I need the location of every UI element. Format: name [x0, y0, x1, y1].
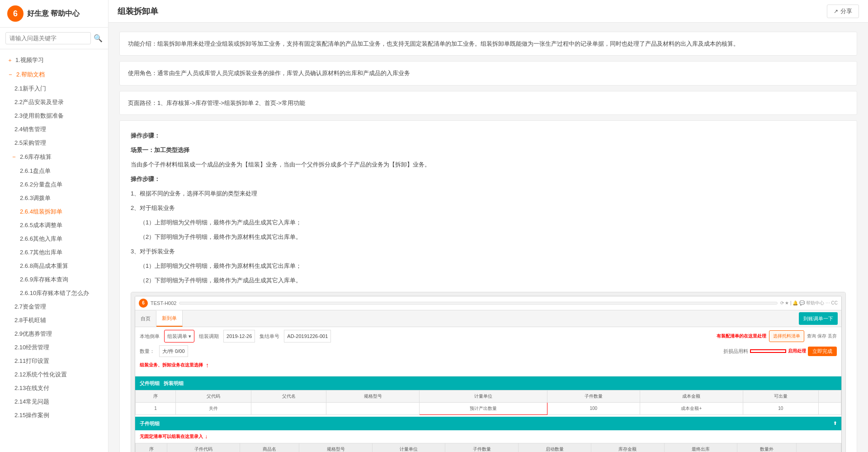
sidebar-item-docs-266[interactable]: 2.6.6其他入库单 [0, 232, 108, 246]
share-icon: ↗ [834, 8, 838, 14]
sidebar-item-docs-21[interactable]: 2.1新手入门 [0, 82, 108, 95]
fake-address-text: TEST-H002 [151, 298, 176, 308]
fake-th: 规格型号 [299, 443, 372, 452]
fake-material-input [750, 349, 786, 353]
annotation2-text: 组装业务、拆卸业务在这里选择 [140, 361, 203, 370]
sidebar-item-docs-215[interactable]: 2.15操作案例 [0, 409, 108, 422]
fake-th: 成本金额 [640, 390, 743, 403]
sidebar-item-docs-268[interactable]: 2.6.8商品成本重算 [0, 259, 108, 273]
content-area: 功能介绍：组装拆卸单用来处理企业组装或拆卸等加工业务，支持有固定装配清单的产品加… [108, 23, 868, 452]
sidebar-item-docs[interactable]: － 2.帮助文档 [0, 67, 108, 82]
sidebar-item-docs-213[interactable]: 2.13在线支付 [0, 381, 108, 395]
table-cell: 100 [547, 403, 640, 415]
sidebar-item-docs-210[interactable]: 2.10经营管理 [0, 341, 108, 354]
sidebar-item-docs-29[interactable]: 2.9优惠券管理 [0, 327, 108, 341]
table-cell: 10 [743, 403, 818, 415]
plus-icon: ＋ [7, 57, 13, 64]
sidebar-item-label: 2.帮助文档 [16, 71, 45, 79]
fake-logo: 6 [139, 299, 148, 308]
fake-th: 序 [136, 443, 167, 452]
sidebar-item-docs-25[interactable]: 2.5采购管理 [0, 136, 108, 150]
fake-annotation-area2: 折损品用料 启用处理 立即完成 [723, 346, 837, 356]
fake-browser-topbar: 6 TEST-H002 ⟳ ★ | 🔔 💬 帮助中心 ⋯ CC [135, 296, 841, 310]
fake-th [818, 390, 841, 403]
step3-2: （2）下部明细为子件明细，最终作为产成品生成其它入库单。 [140, 275, 846, 286]
sidebar-item-docs-267[interactable]: 2.6.7其他出库单 [0, 246, 108, 259]
fake-qty-label: 数量： [140, 346, 155, 356]
fake-date-val: 2019-12-26 [223, 330, 255, 343]
sidebar-item-docs-26[interactable]: － 2.6库存核算 [0, 150, 108, 164]
sidebar-item-docs-27[interactable]: 2.7资金管理 [0, 300, 108, 314]
sidebar: 6 好生意 帮助中心 🔍 ＋ 1.视频学习 － 2.帮助文档 2.1新手入门 2… [0, 0, 108, 452]
search-icon[interactable]: 🔍 [94, 34, 103, 43]
fake-parent-table: 序 父代码 父代名 规格型号 计量单位 子件数量 成本金额 可出量 [135, 390, 841, 415]
fake-th: 数量外 [737, 443, 797, 452]
sidebar-item-docs-211[interactable]: 2.11打印设置 [0, 354, 108, 368]
steps-title: 操作步骤： [131, 173, 846, 185]
sidebar-item-docs-262[interactable]: 2.6.2分量盘点单 [0, 178, 108, 191]
sidebar-item-docs-23[interactable]: 2.3使用前数据准备 [0, 109, 108, 123]
table-cell: 关件 [176, 403, 251, 415]
fake-form-row2: 数量： 大/件 0/00 折损品用料 启用处理 立即完成 [140, 345, 837, 357]
search-input[interactable] [5, 32, 91, 44]
table-cell-highlighted: 预计产出数量 [419, 403, 547, 415]
fake-annotation-row2: 组装业务、拆卸业务在这里选择 ↑ [140, 359, 837, 371]
table-cell: 1 [136, 403, 176, 415]
fake-th: 最终出库 [664, 443, 737, 452]
sidebar-item-label: 1.视频学习 [15, 56, 44, 64]
fake-expand-icon: ⬆ [833, 419, 837, 428]
fake-th: 父代名 [251, 390, 326, 403]
fake-confirm-btn[interactable]: 立即完成 [808, 347, 837, 356]
fake-extra-btns: 查询 保存 丢弃 [807, 332, 837, 341]
sidebar-item-docs-261[interactable]: 2.6.1盘点单 [0, 164, 108, 178]
path-block: 页面路径：1、库存核算->库存管理->组装拆卸单 2、首页->常用功能 [119, 91, 857, 115]
table-cell [818, 403, 841, 415]
annotation1-text: 有装配清单的在这里处理 [717, 332, 766, 341]
fake-child-table: 序 子件代码 商品名 规格型号 计量单位 子件数量 启动数量 库存金额 最终出库 [135, 443, 841, 452]
sidebar-item-docs-22[interactable]: 2.2产品安装及登录 [0, 95, 108, 109]
share-label: 分享 [840, 7, 852, 15]
role-block: 使用角色：通常由生产人员或库管人员完成拆装业务的操作，库管人员确认原材料的出库和… [119, 61, 857, 85]
fake-form-row1: 本地倒单 组装调单 ▾ 组装调期 2019-12-26 集结单号 AD-2019… [140, 330, 837, 343]
screenshot-inner: 6 TEST-H002 ⟳ ★ | 🔔 💬 帮助中心 ⋯ CC 自页 新到单 到… [131, 292, 845, 452]
fake-child-section: 子件明细 ⬆ [135, 417, 841, 430]
search-area: 🔍 [0, 28, 108, 49]
fake-form-section: 本地倒单 组装调单 ▾ 组装调期 2019-12-26 集结单号 AD-2019… [135, 327, 841, 376]
share-button[interactable]: ↗ 分享 [827, 5, 859, 18]
sidebar-item-docs-214[interactable]: 2.14常见问题 [0, 395, 108, 409]
sidebar-item-docs-212[interactable]: 2.12系统个性化设置 [0, 368, 108, 381]
sidebar-item-docs-269[interactable]: 2.6.9库存账本查询 [0, 273, 108, 286]
sidebar-item-docs-265[interactable]: 2.6.5成本调整单 [0, 219, 108, 232]
fake-th: 库存金额 [591, 443, 664, 452]
logo-area: 6 好生意 帮助中心 [0, 0, 108, 28]
fake-parent-section: 父件明细 拆装明细 [135, 376, 841, 390]
sidebar-item-docs-24[interactable]: 2.4销售管理 [0, 123, 108, 136]
fake-th: 序 [136, 390, 176, 403]
fake-annotation-row4: 无固定清单可以组装在这里录入 ↓ [135, 430, 841, 443]
fake-th: 计量单位 [419, 390, 547, 403]
table-cell [251, 403, 326, 415]
sidebar-item-docs-2610[interactable]: 2.6.10库存账本错了怎么办 [0, 286, 108, 300]
fake-tab-home: 自页 [135, 311, 156, 326]
sidebar-item-video[interactable]: ＋ 1.视频学习 [0, 53, 108, 67]
table-cell [326, 403, 419, 415]
fake-qty-val: 大/件 0/00 [159, 345, 188, 357]
fake-new-order-btn: 到账调单一下 [799, 312, 838, 325]
arrow-down-icon: ↓ [205, 431, 208, 442]
arrow-up-icon: ↑ [206, 359, 209, 371]
fake-annotation-area1: 有装配清单的在这里处理 选择托料清单 查询 保存 丢弃 [717, 330, 837, 342]
logo-text: 好生意 帮助中心 [27, 9, 80, 19]
step2-2: （2）下部明细为子件明细，最终作为原材料生成其它出库单。 [140, 231, 846, 243]
fake-billno-label: 集结单号 [259, 331, 279, 341]
table-cell: 成本金额+ [640, 403, 743, 415]
sidebar-item-docs-28[interactable]: 2.8手机旺辅 [0, 314, 108, 327]
sidebar-item-docs-264[interactable]: 2.6.4组装拆卸单 [0, 205, 108, 219]
sidebar-item-docs-263[interactable]: 2.6.3调拨单 [0, 191, 108, 205]
fake-app: 6 TEST-H002 ⟳ ★ | 🔔 💬 帮助中心 ⋯ CC 自页 新到单 到… [135, 296, 842, 452]
fake-address-bar [179, 302, 777, 305]
minus-icon: － [7, 71, 14, 79]
fake-billno-val: AD-20191226-001 [284, 330, 331, 343]
fake-th [797, 443, 841, 452]
topbar: 组装拆卸单 ↗ 分享 [108, 0, 868, 23]
fake-th: 子件数量 [445, 443, 518, 452]
